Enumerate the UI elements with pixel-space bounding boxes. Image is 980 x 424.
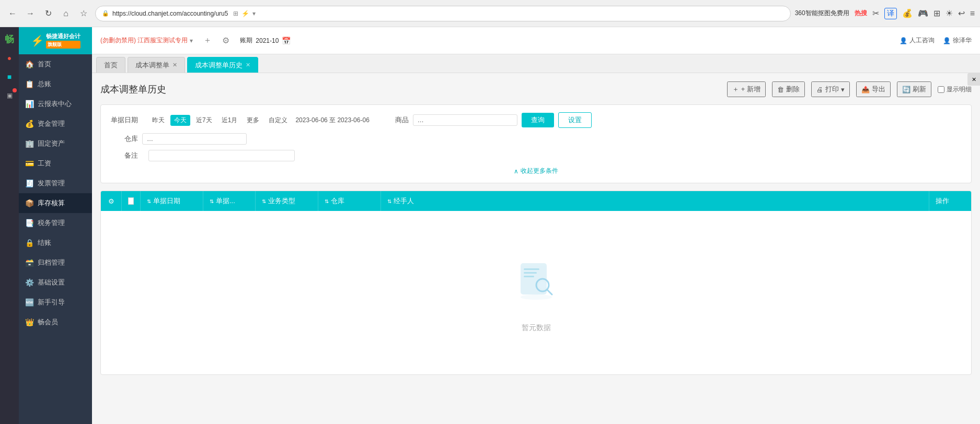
fund-icon: 💰 [25, 120, 33, 128]
dropdown-icon[interactable]: ▾ [252, 10, 256, 17]
sidebar-item-invoice[interactable]: 🧾 发票管理 [19, 173, 92, 193]
sort-operator-icon: ⇅ [387, 198, 391, 204]
vip-icon: 👑 [25, 318, 33, 326]
tab-cost-adjust-history-close[interactable]: ✕ [246, 62, 250, 68]
collapse-chevron-icon: ∧ [514, 168, 518, 175]
sidebar-item-fund[interactable]: 💰 资金管理 [19, 114, 92, 134]
print-dropdown-icon[interactable]: ▾ [841, 86, 845, 93]
sidebar-item-tax[interactable]: 📑 税务管理 [19, 213, 92, 233]
warehouse-select[interactable]: … [142, 133, 247, 145]
preset-more[interactable]: 更多 [243, 115, 263, 126]
sidebar-item-ledger[interactable]: 📋 总账 [19, 74, 92, 94]
inventory-icon: 📦 [25, 199, 33, 207]
goods-select[interactable]: … [413, 114, 517, 126]
refresh-icon: 🔄 [902, 86, 910, 93]
ledger-icon: 📋 [25, 80, 33, 88]
sort-warehouse-icon: ⇅ [325, 198, 329, 204]
action-btns: 查询 设置 [522, 112, 592, 128]
calendar-icon[interactable]: 📅 [282, 37, 291, 45]
sidebar-item-home[interactable]: 🏠 首页 [19, 54, 92, 74]
preset-yesterday[interactable]: 昨天 [148, 115, 168, 126]
th-settings[interactable]: ⚙ [101, 191, 122, 211]
company-selector[interactable]: (勿删勿禁用) 江西服宝测试专用 ▾ [100, 36, 193, 45]
sidebar-item-inventory[interactable]: 📦 库存核算 [19, 193, 92, 213]
wallet-icon[interactable]: 💰 [902, 8, 913, 18]
refresh-btn[interactable]: 🔄 刷新 [897, 81, 931, 97]
user-name: 徐泽华 [953, 36, 972, 45]
menu-icon[interactable]: ≡ [970, 9, 975, 18]
company-dropdown-icon[interactable]: ▾ [190, 37, 193, 44]
th-date[interactable]: ⇅ 单据日期 [141, 191, 203, 211]
main-content: (勿删勿禁用) 江西服宝测试专用 ▾ ＋ ⚙ 账期 2021-10 📅 👤 人工… [92, 27, 980, 424]
star-btn[interactable]: ☆ [76, 6, 91, 21]
preset-1month[interactable]: 近1月 [218, 115, 241, 126]
th-warehouse[interactable]: ⇅ 仓库 [318, 191, 381, 211]
query-btn[interactable]: 查询 [522, 113, 554, 127]
tab-home[interactable]: 首页 [96, 57, 125, 73]
collapse-btn[interactable]: ∧ 收起更多条件 [109, 167, 963, 175]
th-actions: 操作 [929, 191, 971, 211]
tab-cost-adjust-history[interactable]: 成本调整单历史 ✕ [187, 57, 258, 73]
page-content: 成本调整单历史 ＋ + 新增 🗑 删除 🖨 打印 ▾ [92, 73, 980, 424]
delete-btn[interactable]: 🗑 删除 [772, 81, 805, 97]
consultant-btn[interactable]: 👤 人工咨询 [900, 36, 935, 45]
show-cols-check[interactable]: 显示明细 [938, 85, 972, 94]
sidebar-item-closing[interactable]: 🔒 结账 [19, 233, 92, 253]
right-panel-close[interactable]: ✕ [967, 73, 980, 86]
archive-icon: 🗃️ [25, 258, 33, 267]
iconbar-item-1[interactable]: 畅 [0, 30, 19, 49]
game-icon[interactable]: 🎮 [918, 8, 928, 18]
sidebar-item-fixed-assets[interactable]: 🏢 固定资产 [19, 134, 92, 154]
export-btn[interactable]: 📤 导出 [856, 81, 891, 97]
preset-today[interactable]: 今天 [170, 115, 190, 126]
new-btn[interactable]: ＋ + 新增 [727, 81, 766, 97]
address-bar[interactable]: 🔒 https://cloud.chanjet.com/accounting/u… [95, 6, 791, 21]
preset-7days[interactable]: 近7天 [192, 115, 216, 126]
translate-icon[interactable]: 译 [884, 8, 897, 19]
tab-cost-adjust-close[interactable]: ✕ [172, 62, 177, 68]
settings-btn[interactable]: 设置 [558, 112, 592, 128]
brightness-icon[interactable]: ☀ [946, 8, 953, 18]
th-operator[interactable]: ⇅ 经手人 [381, 191, 929, 211]
add-company-icon[interactable]: ＋ [203, 35, 212, 46]
period-label: 账期 [240, 36, 252, 45]
tab-bar: 首页 成本调整单 ✕ 成本调整单历史 ✕ [92, 54, 980, 73]
preset-custom[interactable]: 自定义 [265, 115, 291, 126]
export-icon: 📤 [861, 86, 870, 93]
settings-cog-icon[interactable]: ⚙ [222, 36, 229, 45]
undo-icon[interactable]: ↩ [958, 8, 965, 18]
salary-icon: 💳 [25, 159, 33, 168]
iconbar-item-3[interactable]: ■ [0, 67, 19, 86]
back-btn[interactable]: ← [5, 6, 20, 21]
th-checkbox[interactable] [122, 191, 141, 211]
sidebar-item-report[interactable]: 📊 云报表中心 [19, 94, 92, 114]
select-all-checkbox[interactable] [128, 197, 134, 205]
company-name: (勿删勿禁用) 江西服宝测试专用 [100, 36, 188, 45]
user-info[interactable]: 👤 徐泽华 [943, 36, 972, 45]
sidebar-item-salary[interactable]: 💳 工资 [19, 154, 92, 173]
sidebar-menu: 🏠 首页 📋 总账 📊 云报表中心 💰 资金管理 🏢 固定资产 💳 工资 [19, 54, 92, 424]
iconbar-item-4[interactable]: ▣ [0, 86, 19, 105]
tab-cost-adjust[interactable]: 成本调整单 ✕ [128, 57, 185, 73]
sidebar-item-settings[interactable]: ⚙️ 基础设置 [19, 273, 92, 292]
grid-icon[interactable]: ⊞ [933, 8, 940, 18]
goods-select-dots: … [418, 116, 424, 124]
date-filter-label: 单据日期 [109, 115, 138, 125]
th-number[interactable]: ⇅ 单据... [203, 191, 256, 211]
th-type[interactable]: ⇅ 业务类型 [256, 191, 318, 211]
warehouse-select-dots: … [147, 135, 153, 143]
show-cols-label: 显示明细 [947, 85, 972, 94]
show-cols-checkbox[interactable] [938, 86, 944, 93]
forward-btn[interactable]: → [23, 6, 38, 21]
sidebar-item-guide[interactable]: 🆕 新手引导 [19, 292, 92, 312]
iconbar-item-2[interactable]: ● [0, 49, 19, 67]
notes-input[interactable] [148, 150, 295, 161]
print-btn[interactable]: 🖨 打印 ▾ [811, 81, 850, 97]
home-nav-btn[interactable]: ⌂ [59, 6, 73, 21]
reload-btn[interactable]: ↻ [41, 6, 55, 21]
sort-type-icon: ⇅ [262, 198, 266, 204]
sort-up-icon: ⇅ [147, 198, 151, 204]
sidebar-item-vip[interactable]: 👑 畅会员 [19, 312, 92, 332]
sidebar-item-archive[interactable]: 🗃️ 归档管理 [19, 253, 92, 273]
new-label: + 新增 [741, 85, 760, 94]
